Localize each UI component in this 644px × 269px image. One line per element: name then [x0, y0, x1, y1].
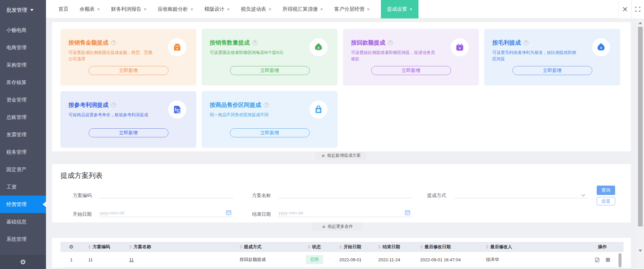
- tab-income-tax-settlement[interactable]: 所得税汇算清缴: [283, 0, 323, 18]
- scroll-down-arrow-icon[interactable]: [639, 250, 642, 252]
- column-last-modifier[interactable]: 最后修改人: [477, 244, 581, 250]
- sidebar-item-business-mgmt[interactable]: 经营管理: [0, 196, 46, 213]
- row-end-date: 2022-11-24: [374, 257, 413, 262]
- tab-customer-tiering[interactable]: 客户分层经营: [334, 0, 370, 18]
- card-desc: 同一商品不同售价区间提成不同: [210, 112, 296, 125]
- column-plan-name[interactable]: 方案名称: [123, 244, 234, 250]
- add-now-button[interactable]: 立即新增: [89, 66, 168, 75]
- tab-close-icon[interactable]: [97, 8, 100, 11]
- add-now-button[interactable]: 立即新增: [512, 66, 592, 75]
- shopping-bag-icon: [309, 100, 328, 119]
- card-title: 按毛利提成: [492, 39, 521, 47]
- close-icon[interactable]: [618, 0, 631, 18]
- calendar-yen-icon: ¥: [451, 38, 469, 56]
- commission-plan-list-panel: 提成方案列表 方案编码 方案名称 提成方式 开始日期 结束日期 查询 设置: [52, 164, 631, 222]
- help-icon[interactable]: ?: [252, 40, 257, 45]
- sidebar-item-xiaochang-ecommerce[interactable]: 小畅电商: [0, 21, 46, 39]
- card-payment-collection-commission: 按回款额提成? 可设置按比例提或者阶梯区间提，促进业务员催款 立即新增 ¥: [343, 29, 479, 85]
- column-settings-gear[interactable]: ⚙: [60, 244, 82, 250]
- card-title: 按参考利润提成: [68, 101, 108, 109]
- edit-icon[interactable]: [595, 257, 600, 262]
- tab-tax-fluctuation[interactable]: 税负波动表: [241, 0, 271, 18]
- filter-code-label: 方案编码: [73, 193, 92, 199]
- plan-code-input[interactable]: [99, 190, 233, 198]
- tab-balance-sheet[interactable]: 余额表: [80, 0, 100, 18]
- chevron-down-icon[interactable]: [581, 192, 586, 198]
- tab-close-icon[interactable]: [320, 8, 323, 11]
- card-title: 按销售金额提成: [68, 39, 108, 47]
- row-plan-name-link[interactable]: 11: [129, 257, 134, 262]
- end-date-input[interactable]: [278, 209, 412, 217]
- sidebar-header-wholesale[interactable]: 批发管理: [0, 0, 46, 20]
- tab-close-icon[interactable]: [367, 8, 370, 11]
- sidebar-item-tax-mgmt[interactable]: 税务管理: [0, 143, 46, 161]
- column-plan-code[interactable]: 方案编码: [82, 244, 123, 250]
- card-desc: 可设置毛利或者净利为基准，按比例提或阶梯区间提: [492, 50, 579, 62]
- grid-icon[interactable]: [605, 257, 610, 262]
- commission-cards-panel: 按销售金额提成? 可设置提成比例或固定提成金额；商贸、贸易公司适用 立即新增 ¥…: [52, 22, 631, 151]
- fullscreen-icon[interactable]: [631, 0, 644, 18]
- sidebar-item-funds-mgmt[interactable]: 资金管理: [0, 91, 46, 109]
- add-now-button[interactable]: 立即新增: [371, 66, 451, 75]
- sidebar-item-invoice-mgmt[interactable]: 发票管理: [0, 126, 46, 143]
- add-now-button[interactable]: 立即新增: [89, 128, 168, 137]
- sidebar-item-purchase-mgmt[interactable]: 采购管理: [0, 56, 46, 74]
- sidebar-item-general-ledger[interactable]: 总账管理: [0, 109, 46, 126]
- tab-financial-profit-report[interactable]: 财务利润报告: [111, 0, 147, 18]
- help-icon[interactable]: ?: [111, 40, 116, 45]
- row-commission-method: 按回款额提成: [234, 257, 294, 263]
- table-scrollbar-thumb[interactable]: [618, 253, 622, 267]
- column-commission-method[interactable]: 提成方式: [234, 244, 294, 250]
- sidebar: 批发管理 小畅电商 电商管理 采购管理 库存核算 资金管理 总账管理 发票管理 …: [0, 0, 46, 269]
- sidebar-item-basic-info[interactable]: 基础信息: [0, 213, 46, 230]
- sidebar-nav: 小畅电商 电商管理 采购管理 库存核算 资金管理 总账管理 发票管理 税务管理 …: [0, 21, 46, 248]
- help-icon[interactable]: ?: [524, 40, 529, 45]
- tab-close-icon[interactable]: [144, 8, 147, 11]
- tab-close-icon[interactable]: [227, 8, 230, 11]
- card-desc: 可按商品设置参考单价，根据参考利润提成: [68, 112, 155, 125]
- add-now-button[interactable]: 立即新增: [230, 128, 310, 137]
- tab-receivable-aging[interactable]: 应收账龄分析: [158, 0, 193, 18]
- query-button[interactable]: 查询: [597, 186, 615, 195]
- svg-text:¥: ¥: [176, 47, 178, 51]
- collapse-more-conditions[interactable]: 收起更多条件: [312, 222, 362, 231]
- sidebar-item-system-mgmt[interactable]: 系统管理: [0, 230, 46, 248]
- plan-name-input[interactable]: [278, 190, 412, 198]
- column-last-modified-date[interactable]: 最后修改日期: [413, 244, 477, 250]
- page-scrollbar: [637, 18, 644, 269]
- page-scrollbar-thumb[interactable]: [638, 27, 643, 226]
- calendar-icon[interactable]: [226, 210, 232, 217]
- column-start-date[interactable]: 开始日期: [335, 244, 374, 250]
- collapse-new-commission-plans[interactable]: 收起新增提成方案: [315, 151, 366, 160]
- column-status[interactable]: 状态: [294, 244, 335, 250]
- tab-home[interactable]: 首页: [58, 0, 68, 18]
- add-now-button[interactable]: 立即新增: [230, 66, 310, 75]
- sidebar-item-ecommerce-mgmt[interactable]: 电商管理: [0, 39, 46, 56]
- start-date-input[interactable]: [99, 209, 233, 217]
- help-icon[interactable]: ?: [388, 40, 393, 45]
- commission-method-select[interactable]: [453, 190, 588, 198]
- table-next-row-partial: [52, 268, 631, 269]
- sort-icon: [240, 245, 242, 249]
- sidebar-item-fixed-assets[interactable]: 固定资产: [0, 161, 46, 178]
- double-chevron-up-icon: [322, 225, 326, 229]
- tab-close-icon[interactable]: [409, 8, 412, 11]
- table-row: 1 11 11 按回款额提成 启用 2022-09-01 2022-11-24 …: [60, 252, 624, 268]
- tab-close-icon[interactable]: [268, 8, 271, 11]
- settings-button[interactable]: 设置: [597, 197, 615, 205]
- sort-icon: [486, 245, 489, 249]
- sidebar-item-inventory-accounting[interactable]: 库存核算: [0, 74, 46, 91]
- commission-plan-table: ⚙ 方案编码 方案名称 提成方式 状态 开始日期 结束日期 最后修改日期 最后修…: [60, 242, 624, 268]
- gear-icon[interactable]: ⚙: [20, 258, 26, 266]
- scroll-up-arrow-icon[interactable]: [639, 22, 642, 24]
- column-end-date[interactable]: 结束日期: [374, 244, 413, 250]
- tab-close-icon[interactable]: [190, 8, 193, 11]
- help-icon[interactable]: ?: [264, 103, 269, 108]
- tab-commission-settings[interactable]: 提成设置: [381, 0, 418, 18]
- tab-template-design[interactable]: 模版设计: [204, 0, 230, 18]
- help-icon[interactable]: ?: [111, 103, 116, 108]
- card-sales-amount-commission: 按销售金额提成? 可设置提成比例或固定提成金额；商贸、贸易公司适用 立即新增 ¥: [60, 29, 196, 85]
- sidebar-footer: ⚙: [0, 255, 46, 269]
- sidebar-item-payroll[interactable]: 工资: [0, 178, 46, 196]
- calendar-icon[interactable]: [405, 210, 410, 217]
